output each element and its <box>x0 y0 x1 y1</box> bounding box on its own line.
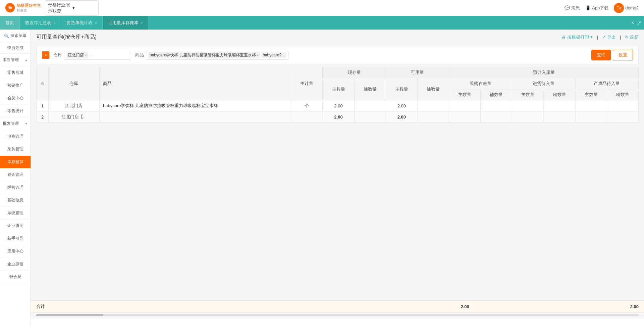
stock-main-qty-header: 主数量 <box>323 78 354 100</box>
sidebar-item-member[interactable]: 畅会员 <box>0 271 31 283</box>
scroll-thumb[interactable] <box>36 314 103 316</box>
warehouse-label: 仓库 <box>53 52 62 58</box>
sidebar-item-operations[interactable]: 经营管理 <box>0 181 31 194</box>
sidebar-item-enterprise-wechat[interactable]: 企业微信 <box>0 258 31 271</box>
sidebar-item-member-center[interactable]: 会员中心 <box>0 92 31 105</box>
sidebar-item-system[interactable]: 系统管理 <box>0 207 31 220</box>
sidebar-item-ecommerce[interactable]: 电商管理 <box>0 130 31 143</box>
row-avail-main-2: 2.00 <box>386 111 417 123</box>
store-selector[interactable]: 母婴行业演示账套 ▾ <box>45 0 99 16</box>
settings-column-header[interactable]: ⚙ <box>37 67 49 100</box>
content-area: 可用量查询(按仓库+商品) 🖨 按模板打印 ▾ | ↗ 导出 | ↻ 刷新 <box>31 30 644 326</box>
username: demo2 <box>625 5 639 10</box>
brand-name: 畅捷通好生意 <box>17 3 41 8</box>
print-button[interactable]: 🖨 按模板打印 ▾ <box>561 34 593 40</box>
close-tab-order[interactable]: × <box>95 21 97 25</box>
product-filter: 商品 babycare学饮杯 儿童防摔防撞吸管杯重力球吸嘴杯宝宝水杯 × bab… <box>135 51 288 60</box>
sidebar-item-purchase[interactable]: 采购管理 <box>0 143 31 156</box>
store-name: 母婴行业演示账套 <box>48 2 71 14</box>
row-avail-aux-2 <box>417 111 449 123</box>
sidebar-item-marketing[interactable]: 营销推广 <box>0 79 31 92</box>
avail-main-qty-header: 主数量 <box>386 78 417 100</box>
sidebar-item-newbie[interactable]: 新手引导 <box>0 232 31 245</box>
nav-tabs: 首页 收发存汇总表 × 要货单统计表 × 可用量库存账本 × × ⤢ <box>0 16 644 30</box>
query-button[interactable]: 查询 <box>591 50 611 60</box>
warehouse-more[interactable]: ... <box>89 53 93 57</box>
warehouse-filter: 仓库 江北门店 × ... <box>53 51 131 60</box>
close-tab-available[interactable]: × <box>141 21 143 25</box>
sidebar-item-basic-info[interactable]: 基础信息 <box>0 194 31 207</box>
row-stock-main-2: 2.00 <box>323 111 354 123</box>
row-unit-2 <box>291 111 323 123</box>
warehouse-tag: 江北门店 × <box>66 52 88 58</box>
row-product-1: babycare学饮杯 儿童防摔防撞吸管杯重力球吸嘴杯宝宝水杯 <box>99 100 291 111</box>
message-icon: 💬 <box>565 5 570 10</box>
app-download-button[interactable]: 📱 App下载 <box>585 5 608 11</box>
total-label: 合计 <box>36 304 45 310</box>
total-row: 合计 2.00 2.00 <box>31 300 644 313</box>
scroll-bar-area <box>31 313 644 318</box>
tab-home[interactable]: 首页 <box>0 16 20 30</box>
nav-actions: × ⤢ <box>629 16 644 30</box>
main-unit-column-header: 主计量 <box>291 67 323 100</box>
row-goods-aux-1 <box>544 100 575 111</box>
row-num-2: 2 <box>37 111 49 123</box>
search-icon: 🔍 <box>4 34 9 38</box>
row-stock-main-1: 2.00 <box>323 100 354 111</box>
row-finished-main-2 <box>575 111 607 123</box>
product-label: 商品 <box>135 52 144 58</box>
sidebar-item-retail-mall[interactable]: 零售商城 <box>0 66 31 79</box>
sidebar-item-retail-stats[interactable]: 零售统计 <box>0 105 31 118</box>
current-stock-header: 现存量 <box>323 67 386 78</box>
goods-pending-header: 进货待入量 <box>512 78 575 89</box>
tab-receive-summary[interactable]: 收发存汇总表 × <box>20 16 61 30</box>
arrow-icon: ▲ <box>24 58 28 62</box>
row-goods-aux-2 <box>544 111 575 123</box>
message-button[interactable]: 💬 消息 <box>565 5 580 11</box>
top-bar: 畅 畅捷通好生意 标准版 母婴行业演示账套 ▾ 💬 消息 📱 App下载 Ea … <box>0 0 644 16</box>
app-icon: 📱 <box>585 5 591 10</box>
total-avail-main: 2.00 <box>630 304 639 309</box>
warehouse-tags[interactable]: 江北门店 × ... <box>64 51 131 60</box>
product-tags[interactable]: babycare学饮杯 儿童防摔防撞吸管杯重力球吸嘴杯宝宝水杯 × babyca… <box>146 51 288 60</box>
maximize-button[interactable]: ⤢ <box>637 20 641 26</box>
brand-sub: 标准版 <box>17 8 41 13</box>
stock-aux-qty-header: 辅数量 <box>354 78 386 100</box>
row-finished-aux-1 <box>607 100 638 111</box>
row-stock-aux-1 <box>354 100 386 111</box>
purchase-aux-header: 辅数量 <box>481 89 512 100</box>
sidebar-item-retail-mgmt[interactable]: 零售管理 ▲ <box>0 54 31 66</box>
page-title: 可用量查询(按仓库+商品) <box>36 34 97 41</box>
settings-button[interactable]: 设置 <box>613 50 633 60</box>
brand-logo: 畅 <box>5 3 15 12</box>
export-button[interactable]: ↗ 导出 <box>602 34 616 40</box>
close-tab-receive[interactable]: × <box>53 21 55 25</box>
table-area[interactable]: ⚙ 仓库 商品 主计量 现存量 可用量 预计入库量 主数量 辅数量 主数量 辅数… <box>31 67 644 300</box>
available-header: 可用量 <box>386 67 449 78</box>
sidebar-item-app-center[interactable]: 应用中心 <box>0 245 31 258</box>
tab-available-inventory[interactable]: 可用量库存账本 × <box>103 16 148 30</box>
sidebar-quick-nav[interactable]: 快捷导航 <box>0 42 31 54</box>
column-settings-icon[interactable]: ⚙ <box>41 81 45 86</box>
sidebar-item-enterprise-collab[interactable]: 企业协同 <box>0 220 31 232</box>
sidebar-item-wholesale-mgmt[interactable]: 批发管理 ▼ <box>0 118 31 130</box>
user-menu[interactable]: Ea demo2 <box>614 3 639 13</box>
row-num-1: 1 <box>37 100 49 111</box>
remove-warehouse-tag[interactable]: × <box>85 53 87 57</box>
table-row: 1 江北门店 babycare学饮杯 儿童防摔防撞吸管杯重力球吸嘴杯宝宝水杯 个… <box>37 100 639 111</box>
finished-aux-header: 辅数量 <box>607 89 638 100</box>
sidebar-item-inventory[interactable]: 库存核算 <box>0 156 31 169</box>
refresh-icon: ↻ <box>625 35 629 40</box>
close-all-button[interactable]: × <box>631 20 634 26</box>
goods-aux-header: 辅数量 <box>544 89 575 100</box>
tab-order-stats[interactable]: 要货单统计表 × <box>61 16 102 30</box>
refresh-button[interactable]: ↻ 刷新 <box>625 34 639 40</box>
remove-product-tag-1[interactable]: × <box>257 53 259 57</box>
scroll-track[interactable] <box>36 314 639 316</box>
filter-expand-button[interactable]: » <box>42 51 49 59</box>
row-goods-main-2 <box>512 111 544 123</box>
row-unit-1: 个 <box>291 100 323 111</box>
row-purchase-aux-1 <box>481 100 512 111</box>
sidebar-item-finance[interactable]: 资金管理 <box>0 169 31 181</box>
sidebar-search[interactable]: 🔍 搜索菜单 <box>0 30 31 42</box>
